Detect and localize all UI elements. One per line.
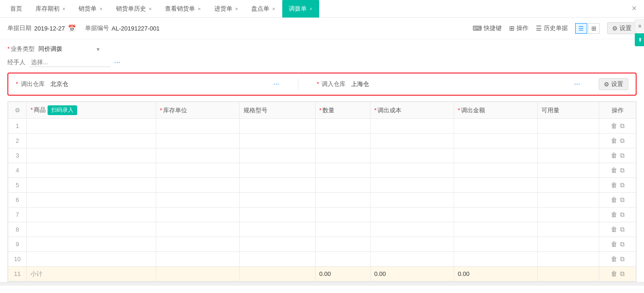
cell-amount[interactable] [454, 119, 537, 134]
cell-product[interactable] [27, 208, 156, 222]
cell-qty[interactable] [315, 252, 370, 267]
cell-amount[interactable] [454, 178, 537, 193]
tab-home[interactable]: 首页 [4, 0, 29, 18]
cell-available[interactable] [537, 119, 599, 134]
tab-transfer-close[interactable]: × [310, 6, 312, 12]
cell-qty[interactable] [315, 222, 370, 237]
warehouse-out-more-icon[interactable]: ··· [273, 80, 279, 88]
cell-qty[interactable] [315, 178, 370, 193]
cell-amount[interactable] [454, 134, 537, 148]
delete-icon[interactable]: 🗑 [611, 181, 617, 189]
delete-icon[interactable]: 🗑 [611, 211, 617, 219]
copy-icon[interactable]: ⧉ [620, 122, 625, 130]
cell-amount[interactable] [454, 222, 537, 237]
delete-icon[interactable]: 🗑 [611, 255, 617, 263]
warehouse-out-value[interactable]: 北京仓 [50, 80, 68, 88]
cell-cost[interactable] [370, 222, 454, 237]
cell-qty[interactable] [315, 163, 370, 178]
tab-sales-history-close[interactable]: × [149, 6, 152, 12]
copy-icon[interactable]: ⧉ [620, 211, 625, 219]
tab-stocktake[interactable]: 盘点单 × [245, 0, 282, 18]
handler-input[interactable] [29, 58, 110, 67]
cell-amount[interactable] [454, 252, 537, 267]
cell-cost[interactable] [370, 252, 454, 267]
delete-icon[interactable]: 🗑 [611, 226, 617, 233]
copy-icon[interactable]: ⧉ [620, 181, 625, 189]
cell-spec[interactable] [239, 208, 315, 222]
operations-button[interactable]: ⊞ 操作 [509, 24, 529, 32]
cell-qty[interactable] [315, 119, 370, 134]
tab-inventory-init-close[interactable]: × [62, 6, 65, 12]
business-type-value[interactable]: 同价调拨 [38, 45, 94, 53]
copy-icon[interactable]: ⧉ [620, 226, 625, 233]
cell-product[interactable] [27, 237, 156, 252]
window-close-button[interactable]: × [628, 4, 640, 13]
cell-amount[interactable] [454, 163, 537, 178]
horizontal-scrollbar[interactable] [0, 282, 644, 286]
cell-available[interactable] [537, 163, 599, 178]
cell-cost[interactable] [370, 208, 454, 222]
cell-available[interactable] [537, 178, 599, 193]
date-value[interactable]: 2019-12-27 [34, 25, 65, 32]
tab-purchase-order-close[interactable]: × [235, 6, 238, 12]
cell-spec[interactable] [239, 237, 315, 252]
cell-spec[interactable] [239, 178, 315, 193]
cell-product[interactable] [27, 134, 156, 148]
right-panel-export-btn[interactable]: ⬆ [635, 33, 644, 46]
list-view-button[interactable]: ☰ [575, 23, 587, 34]
copy-icon[interactable]: ⧉ [620, 255, 625, 263]
delete-icon[interactable]: 🗑 [611, 196, 617, 204]
cell-product[interactable] [27, 252, 156, 267]
calendar-icon[interactable]: 📅 [68, 24, 76, 32]
cell-product[interactable] [27, 193, 156, 208]
cell-cost[interactable] [370, 178, 454, 193]
cell-available[interactable] [537, 252, 599, 267]
cell-unit[interactable] [156, 119, 239, 134]
cell-cost[interactable] [370, 237, 454, 252]
delete-icon[interactable]: 🗑 [611, 122, 617, 130]
warehouse-in-value[interactable]: 上海仓 [351, 80, 369, 88]
history-button[interactable]: ☰ 历史单据 [536, 24, 568, 32]
copy-icon[interactable]: ⧉ [620, 240, 625, 248]
cell-cost[interactable] [370, 134, 454, 148]
copy-icon[interactable]: ⧉ [620, 137, 625, 145]
handler-more-icon[interactable]: ··· [114, 58, 120, 67]
tab-view-sales-close[interactable]: × [198, 6, 200, 12]
copy-icon[interactable]: ⧉ [620, 152, 625, 159]
cell-product[interactable] [27, 163, 156, 178]
cell-unit[interactable] [156, 222, 239, 237]
cell-qty[interactable] [315, 148, 370, 163]
delete-icon[interactable]: 🗑 [611, 166, 617, 174]
right-panel-list-btn[interactable]: ≡ [635, 19, 644, 32]
cell-spec[interactable] [239, 134, 315, 148]
settings-button[interactable]: ⚙ 设置 [607, 22, 637, 34]
cell-qty[interactable] [315, 237, 370, 252]
copy-icon[interactable]: ⧉ [620, 270, 625, 278]
shortcuts-button[interactable]: ⌨ 快捷键 [473, 24, 502, 32]
cell-available[interactable] [537, 193, 599, 208]
delete-icon[interactable]: 🗑 [611, 270, 617, 278]
business-type-dropdown-icon[interactable]: ▾ [97, 46, 100, 53]
cell-unit[interactable] [156, 148, 239, 163]
cell-product[interactable] [27, 222, 156, 237]
tab-view-sales[interactable]: 查看销货单 × [158, 0, 207, 18]
cell-amount[interactable] [454, 208, 537, 222]
tab-stocktake-close[interactable]: × [272, 6, 275, 12]
cell-product[interactable] [27, 148, 156, 163]
th-settings[interactable]: ⚙ [8, 102, 27, 119]
cell-spec[interactable] [239, 119, 315, 134]
warehouse-in-more-icon[interactable]: ··· [574, 80, 580, 88]
cell-spec[interactable] [239, 252, 315, 267]
cell-amount[interactable] [454, 237, 537, 252]
cell-spec[interactable] [239, 148, 315, 163]
cell-product[interactable] [27, 178, 156, 193]
warehouse-settings-button[interactable]: ⚙ 设置 [599, 78, 628, 90]
cell-qty[interactable] [315, 193, 370, 208]
cell-unit[interactable] [156, 193, 239, 208]
cell-amount[interactable] [454, 193, 537, 208]
tab-sales-order[interactable]: 销货单 × [72, 0, 109, 18]
cell-spec[interactable] [239, 163, 315, 178]
delete-icon[interactable]: 🗑 [611, 240, 617, 248]
delete-icon[interactable]: 🗑 [611, 152, 617, 159]
copy-icon[interactable]: ⧉ [620, 196, 625, 204]
